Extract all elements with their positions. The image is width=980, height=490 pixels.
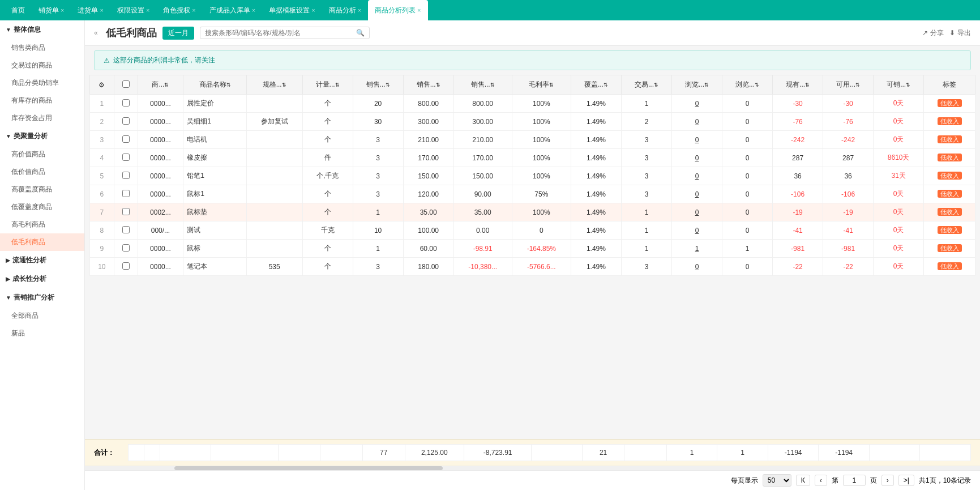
row-browse1[interactable]: 0 xyxy=(672,185,722,203)
sidebar-item-low-coverage[interactable]: 低覆盖度商品 xyxy=(0,198,84,216)
sidebar-item-category-rate[interactable]: 商品分类助销率 xyxy=(0,74,84,92)
col-coverage[interactable]: 覆盖...⇅ xyxy=(571,75,621,95)
close-icon[interactable]: × xyxy=(358,7,361,14)
col-unit[interactable]: 计量...⇅ xyxy=(302,75,353,95)
col-browse1[interactable]: 浏览...⇅ xyxy=(672,75,722,95)
close-icon[interactable]: × xyxy=(311,7,315,14)
page-size-select[interactable]: 50 100 xyxy=(763,474,791,487)
sidebar-item-new-products[interactable]: 新品 xyxy=(0,325,84,342)
table-container[interactable]: ⚙ 商...⇅ 商品名称⇅ 规格...⇅ 计量...⇅ 销售...⇅ 销售...… xyxy=(85,75,980,439)
row-checkbox[interactable] xyxy=(114,95,138,113)
sidebar-item-traded-products[interactable]: 交易过的商品 xyxy=(0,57,84,74)
row-name[interactable]: 电话机 xyxy=(183,131,247,149)
close-icon[interactable]: × xyxy=(146,7,149,14)
row-name[interactable]: 铅笔1 xyxy=(183,167,247,185)
row-name[interactable]: 鼠标 xyxy=(183,240,247,258)
sidebar-section-cluster[interactable]: ▼ 类聚量分析 xyxy=(0,127,84,146)
search-box[interactable]: 🔍 xyxy=(200,27,370,39)
sidebar-item-in-stock[interactable]: 有库存的商品 xyxy=(0,92,84,109)
sidebar-item-capital[interactable]: 库存资金占用 xyxy=(0,109,84,127)
sidebar-item-high-value[interactable]: 高价值商品 xyxy=(0,146,84,163)
row-saleable-days: 0天 xyxy=(874,221,924,240)
date-filter-button[interactable]: 近一月 xyxy=(162,27,194,40)
sidebar-item-low-margin[interactable]: 低毛利商品 xyxy=(0,233,84,251)
row-checkbox[interactable] xyxy=(114,203,138,221)
col-checkbox[interactable] xyxy=(114,75,138,95)
sidebar-section-circulation[interactable]: ▶ 流通性分析 xyxy=(0,251,84,270)
scrollbar-thumb[interactable] xyxy=(174,466,443,470)
close-icon[interactable]: × xyxy=(61,7,64,14)
first-page-button[interactable]: К xyxy=(796,475,810,486)
col-spec[interactable]: 规格...⇅ xyxy=(246,75,302,95)
col-price[interactable]: 销售...⇅ xyxy=(403,75,453,95)
row-browse1[interactable]: 0 xyxy=(672,149,722,167)
col-tag[interactable]: 标签 xyxy=(924,75,975,95)
col-trade[interactable]: 交易...⇅ xyxy=(621,75,671,95)
nav-item-sales[interactable]: 销货单 × xyxy=(32,0,71,20)
col-amount[interactable]: 销售...⇅ xyxy=(453,75,512,95)
col-current-qty[interactable]: 现有...⇅ xyxy=(773,75,823,95)
sidebar-section-growth[interactable]: ▶ 成长性分析 xyxy=(0,270,84,288)
nav-item-products[interactable]: 产成品入库单 × xyxy=(203,0,262,20)
collapse-sidebar-btn[interactable]: « xyxy=(94,29,98,37)
sidebar-item-sales-products[interactable]: 销售类商品 xyxy=(0,39,84,57)
col-code[interactable]: 商...⇅ xyxy=(138,75,183,95)
search-input[interactable] xyxy=(205,29,356,37)
row-checkbox[interactable] xyxy=(114,221,138,240)
row-checkbox[interactable] xyxy=(114,240,138,258)
nav-item-home[interactable]: 首页 xyxy=(5,0,32,20)
row-name[interactable]: 橡皮擦 xyxy=(183,149,247,167)
row-browse1[interactable]: 0 xyxy=(672,221,722,240)
next-page-button[interactable]: › xyxy=(881,475,894,486)
nav-item-roles[interactable]: 角色授权 × xyxy=(156,0,202,20)
nav-item-product-analysis[interactable]: 商品分析 × xyxy=(322,0,368,20)
col-qty[interactable]: 销售...⇅ xyxy=(353,75,403,95)
row-name[interactable]: 吴细细1 xyxy=(183,113,247,131)
sidebar-item-all-products[interactable]: 全部商品 xyxy=(0,307,84,325)
col-settings[interactable]: ⚙ xyxy=(90,75,114,95)
prev-page-button[interactable]: ‹ xyxy=(815,475,827,486)
row-checkbox[interactable] xyxy=(114,258,138,276)
nav-item-purchase[interactable]: 进货单 × xyxy=(71,0,110,20)
sidebar-section-marketing[interactable]: ▼ 营销推广分析 xyxy=(0,288,84,307)
row-name[interactable]: 笔记本 xyxy=(183,258,247,276)
row-checkbox[interactable] xyxy=(114,149,138,167)
row-name[interactable]: 属性定价 xyxy=(183,95,247,113)
row-name[interactable]: 鼠标1 xyxy=(183,185,247,203)
row-name[interactable]: 测试 xyxy=(183,221,247,240)
col-browse2[interactable]: 浏览...⇅ xyxy=(722,75,773,95)
col-saleable-days[interactable]: 可销...⇅ xyxy=(874,75,924,95)
sidebar-item-low-value[interactable]: 低价值商品 xyxy=(0,163,84,181)
close-icon[interactable]: × xyxy=(417,7,421,14)
row-checkbox[interactable] xyxy=(114,131,138,149)
row-browse1[interactable]: 0 xyxy=(672,258,722,276)
nav-item-permissions[interactable]: 权限设置 × xyxy=(110,0,156,20)
row-checkbox[interactable] xyxy=(114,167,138,185)
close-icon[interactable]: × xyxy=(192,7,195,14)
col-available-qty[interactable]: 可用...⇅ xyxy=(823,75,874,95)
page-number-input[interactable] xyxy=(843,475,866,486)
col-name[interactable]: 商品名称⇅ xyxy=(183,75,247,95)
row-name[interactable]: 鼠标垫 xyxy=(183,203,247,221)
row-browse1[interactable]: 0 xyxy=(672,167,722,185)
col-gross-margin[interactable]: 毛利率⇅ xyxy=(512,75,571,95)
row-available-qty: 36 xyxy=(823,167,874,185)
row-browse1[interactable]: 0 xyxy=(672,95,722,113)
sidebar-item-high-margin[interactable]: 高毛利商品 xyxy=(0,216,84,233)
last-page-button[interactable]: >| xyxy=(898,475,914,486)
close-icon[interactable]: × xyxy=(252,7,255,14)
row-browse1[interactable]: 0 xyxy=(672,203,722,221)
sidebar-item-high-coverage[interactable]: 高覆盖度商品 xyxy=(0,181,84,198)
close-icon[interactable]: × xyxy=(100,7,103,14)
nav-item-analysis-list[interactable]: 商品分析列表 × xyxy=(368,0,427,20)
row-browse1[interactable]: 1 xyxy=(672,240,722,258)
row-checkbox[interactable] xyxy=(114,185,138,203)
nav-item-templates[interactable]: 单据模板设置 × xyxy=(262,0,322,20)
row-checkbox[interactable] xyxy=(114,113,138,131)
horizontal-scrollbar[interactable] xyxy=(85,466,980,470)
share-button[interactable]: ↗ 分享 xyxy=(922,28,944,38)
row-browse1[interactable]: 0 xyxy=(672,113,722,131)
row-browse1[interactable]: 0 xyxy=(672,131,722,149)
export-button[interactable]: ⬇ 导出 xyxy=(949,28,971,38)
sidebar-section-overall[interactable]: ▼ 整体信息 xyxy=(0,20,84,39)
